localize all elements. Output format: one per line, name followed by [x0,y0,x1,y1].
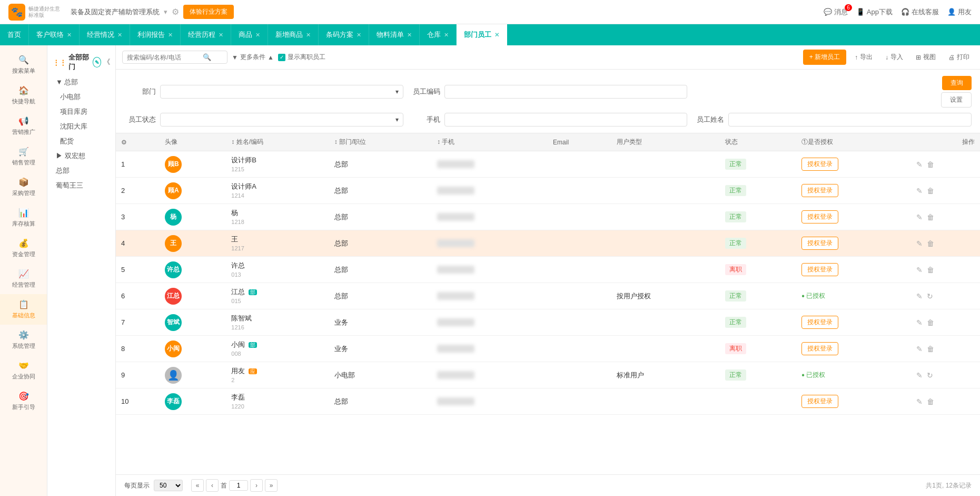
auth-login-button[interactable]: 授权登录 [801,316,838,329]
first-page-button[interactable]: « [191,479,204,492]
nav-tab-customer[interactable]: 客户联络✕ [29,24,80,45]
col-dept[interactable]: ↕ 部门/职位 [329,133,432,151]
edit-icon[interactable]: ✎ [916,371,923,380]
auth-login-button[interactable]: 授权登录 [801,158,838,171]
dept-item-headquarters[interactable]: ▼ 总部 [47,75,115,90]
nav-tab-bom[interactable]: 物料清单✕ [369,24,420,45]
setting-button[interactable]: 设置 [941,92,972,108]
dropdown-arrow-icon[interactable]: ▾ [164,8,167,16]
delete-icon[interactable]: 🗑 [927,266,934,274]
search-button[interactable]: 查询 [942,76,972,90]
nav-tab-operations[interactable]: 经营情况✕ [80,24,130,45]
edit-icon[interactable]: ✎ [916,187,923,195]
nav-tab-history[interactable]: 经营历程✕ [181,24,231,45]
print-button[interactable]: 🖨 打印 [944,51,974,64]
sidebar-item-marketing[interactable]: 📢 营销推广 [0,111,47,141]
import-button[interactable]: ↓ 导入 [881,51,907,64]
auth-login-button[interactable]: 授权登录 [801,184,838,197]
sidebar-item-purchase[interactable]: 📦 采购管理 [0,172,47,202]
close-icon[interactable]: ✕ [255,32,260,38]
edit-icon[interactable]: ✎ [916,397,923,406]
col-settings[interactable]: ⚙ [116,133,160,151]
show-resign-toggle[interactable]: ✓ 显示离职员工 [278,53,325,62]
last-page-button[interactable]: » [265,479,278,492]
nav-tab-goods[interactable]: 商品✕ [231,24,268,45]
app-download-button[interactable]: 📱 App下载 [856,7,893,17]
delete-icon[interactable]: 🗑 [927,397,934,406]
sidebar-item-sales[interactable]: 🛒 销售管理 [0,141,47,172]
sidebar-item-inventory[interactable]: 📊 库存核算 [0,202,47,233]
dept-item-shenyang[interactable]: 沈阳大库 [47,119,115,134]
sidebar-item-quick-nav[interactable]: 🏠 快捷导航 [0,80,47,111]
close-icon[interactable]: ✕ [306,32,311,38]
nav-tab-home[interactable]: 首页 [0,24,29,45]
refresh-icon[interactable]: ↻ [927,371,933,380]
close-icon[interactable]: ✕ [494,32,499,38]
trial-button[interactable]: 体验行业方案 [183,5,234,19]
prev-page-button[interactable]: ‹ [206,479,219,492]
delete-icon[interactable]: 🗑 [927,213,934,221]
edit-icon[interactable]: ✎ [916,345,923,353]
sidebar-item-system[interactable]: ⚙️ 系统管理 [0,325,47,355]
close-icon[interactable]: ✕ [407,32,412,38]
edit-icon[interactable]: ✎ [916,160,923,169]
messages-button[interactable]: 💬 消息 6 [824,7,848,17]
delete-icon[interactable]: 🗑 [927,160,934,169]
col-name[interactable]: ↕ 姓名/编码 [226,133,329,151]
col-phone[interactable]: ↕ 手机 [432,133,548,151]
nav-tab-profit[interactable]: 利润报告✕ [130,24,181,45]
dept-select[interactable]: ▾ [160,85,403,99]
emp-status-select[interactable]: ▾ [160,113,403,127]
delete-icon[interactable]: 🗑 [927,239,934,248]
nav-tab-warehouse[interactable]: 仓库✕ [420,24,457,45]
page-number-input[interactable] [229,480,248,491]
emp-code-input[interactable] [444,85,688,99]
auth-login-button[interactable]: 授权登录 [801,395,838,408]
sidebar-item-cooperation[interactable]: 🤝 企业协同 [0,355,47,386]
close-icon[interactable]: ✕ [67,32,72,38]
dept-item-project[interactable]: 项目库房 [47,104,115,119]
dept-item-xiao-dian[interactable]: 小电部 [47,90,115,104]
nav-tab-barcode[interactable]: 条码方案✕ [319,24,369,45]
nav-tab-add-goods[interactable]: 新增商品✕ [268,24,319,45]
settings-icon[interactable]: ⚙ [172,7,179,17]
search-input[interactable] [127,54,201,61]
nav-tab-employee[interactable]: 部门员工✕ [457,24,507,45]
filter-button[interactable]: ▼ 更多条件 ▲ [232,53,274,62]
sidebar-item-guide[interactable]: 🎯 新手引导 [0,386,47,416]
view-button[interactable]: ⊞ 视图 [912,51,940,64]
edit-icon[interactable]: ✎ [916,318,923,327]
auth-login-button[interactable]: 授权登录 [801,210,838,223]
delete-icon[interactable]: 🗑 [927,187,934,195]
export-button[interactable]: ↑ 导出 [850,51,877,64]
dept-item-puti-wang[interactable]: 葡萄王三 [47,178,115,193]
next-page-button[interactable]: › [250,479,263,492]
sidebar-item-basic-info[interactable]: 📋 基础信息 [0,294,47,325]
edit-icon[interactable]: ✎ [916,239,923,248]
close-icon[interactable]: ✕ [168,32,173,38]
delete-icon[interactable]: 🗑 [927,345,934,353]
dept-edit-icon[interactable]: ✎ [93,57,101,67]
edit-icon[interactable]: ✎ [916,266,923,274]
sidebar-item-search[interactable]: 🔍 搜索菜单 [0,50,47,80]
close-icon[interactable]: ✕ [444,32,449,38]
user-menu-button[interactable]: 👤 用友 [947,7,972,17]
delete-icon[interactable]: 🗑 [927,318,934,327]
auth-login-button[interactable]: 授权登录 [801,263,838,276]
emp-name-input[interactable] [728,113,972,127]
dept-item-shuang-yuan[interactable]: ▶ 双宏想 [47,149,115,163]
edit-icon[interactable]: ✎ [916,292,923,300]
online-service-button[interactable]: 🎧 在线客服 [901,7,939,17]
sidebar-item-operations[interactable]: 📈 经营管理 [0,264,47,294]
edit-icon[interactable]: ✎ [916,213,923,221]
per-page-select[interactable]: 50 100 200 [154,480,183,491]
auth-login-button[interactable]: 授权登录 [801,342,838,355]
refresh-icon[interactable]: ↻ [927,292,933,300]
dept-item-zong-bu[interactable]: 总部 [47,163,115,178]
phone-input[interactable] [444,113,688,127]
collapse-icon[interactable]: 《 [103,57,110,67]
close-icon[interactable]: ✕ [219,32,223,38]
close-icon[interactable]: ✕ [117,32,122,38]
auth-login-button[interactable]: 授权登录 [801,237,838,250]
add-employee-button[interactable]: + 新增员工 [803,50,846,65]
